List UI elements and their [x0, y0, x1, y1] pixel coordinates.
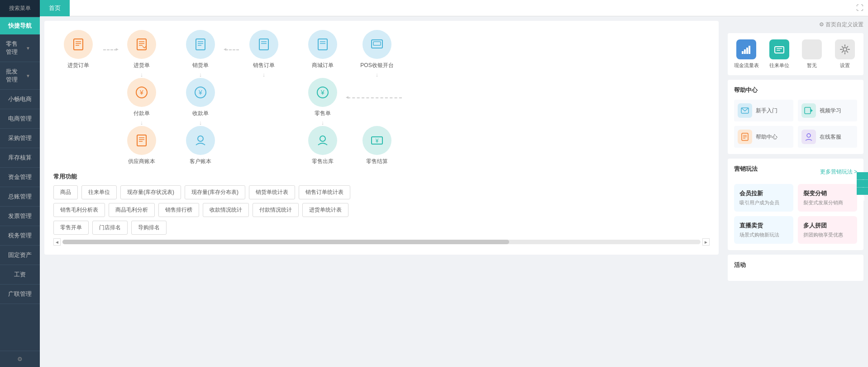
v-arrow-receipt: ↓	[176, 71, 225, 78]
help-icon-online_support	[801, 130, 816, 144]
label-purchase-order: 进货订单	[67, 62, 89, 69]
flow-v-arrows-2: ↓ ↓ ↓	[53, 119, 710, 126]
func-btn-导购排名[interactable]: 导购排名	[131, 221, 167, 235]
marketing-item-group[interactable]: 多人拼团 拼团购物享受优惠	[798, 216, 857, 244]
sidebar-search-label: 搜索菜单	[9, 5, 31, 11]
func-btn-往来单位[interactable]: 往来单位	[81, 185, 117, 199]
svg-rect-27	[137, 135, 146, 146]
float-btn-customer_service[interactable]: 客服热线	[857, 172, 868, 180]
node-retail-out[interactable]: 零售出库	[298, 126, 348, 165]
node-receipt[interactable]: ¥ 收款单	[176, 78, 225, 117]
node-purchase-order[interactable]: 进货订单	[53, 30, 103, 69]
marketing-section: 营销玩法 更多营销玩法 > 会员拉新 吸引用户成为会员 裂变分销 裂变式发展分销…	[728, 159, 863, 250]
marketing-item-live[interactable]: 直播卖货 场景式购物新玩法	[734, 216, 793, 244]
sidebar-item-label-invoice: 发票管理	[4, 212, 36, 220]
sidebar-item-inventory[interactable]: 库存核算	[0, 148, 40, 168]
help-icon-beginner	[738, 103, 752, 118]
func-btn-销货单统计表[interactable]: 销货单统计表	[249, 185, 295, 199]
sidebar-item-finance[interactable]: 资金管理	[0, 168, 40, 187]
node-sales-bill[interactable]: 销货单	[176, 30, 225, 69]
sidebar-arrow: ▼	[20, 73, 36, 78]
func-btn-销售毛利分析表[interactable]: 销售毛利分析表	[53, 203, 105, 217]
help-item-help[interactable]: 帮助中心	[734, 126, 793, 148]
svg-rect-35	[742, 51, 744, 54]
node-sales-order[interactable]: 销售订单	[239, 30, 289, 69]
help-item-beginner[interactable]: 新手入门	[734, 100, 793, 121]
marketing-item-split[interactable]: 裂变分销 裂变式发展分销商	[798, 184, 857, 212]
func-btn-进货单统计表[interactable]: 进货单统计表	[302, 203, 348, 217]
func-btn-门店排名[interactable]: 门店排名	[92, 221, 128, 235]
sidebar-settings[interactable]: ⚙	[0, 351, 40, 367]
func-btn-现存量(库存状况表)[interactable]: 现存量(库存状况表)	[120, 185, 181, 199]
sidebar-item-ecommerce_small[interactable]: 小畅电商	[0, 90, 40, 109]
sidebar-item-label-purchase: 采购管理	[4, 134, 36, 142]
func-btn-收款情况统计[interactable]: 收款情况统计	[203, 203, 249, 217]
sidebar-item-general[interactable]: 总账管理	[0, 187, 40, 207]
node-retail-settle[interactable]: ¥ 零售结算	[352, 126, 402, 165]
connector-retail-pos: ◄	[348, 97, 402, 98]
node-mall-order[interactable]: 商城订单	[298, 30, 348, 69]
node-supplier-account[interactable]: 供应商账本	[117, 126, 167, 165]
label-payment: 付款单	[134, 110, 150, 117]
sidebar-item-tax[interactable]: 税务管理	[0, 226, 40, 246]
svg-rect-38	[749, 46, 750, 54]
settings-header[interactable]: ⚙ 首页自定义设置	[728, 21, 863, 29]
scroll-right-btn[interactable]: ►	[702, 238, 710, 246]
quick-icon-box-partners	[769, 39, 789, 59]
quick-icon-label-cash_flow: 现金流量表	[734, 62, 759, 69]
svg-rect-19	[373, 42, 381, 45]
sidebar-search[interactable]: 搜索菜单	[0, 0, 40, 17]
help-item-video[interactable]: 视频学习	[798, 100, 857, 121]
quick-icon-settings[interactable]: 设置	[831, 39, 859, 69]
sidebar-item-retail[interactable]: 零售管理▼	[0, 34, 40, 62]
svg-point-32	[320, 136, 325, 141]
svg-rect-44	[805, 107, 811, 114]
floating-buttons: 客服热线服务社区桌面快捷	[857, 172, 868, 195]
sidebar-item-wholesale[interactable]: 批发管理▼	[0, 62, 40, 90]
func-btn-现存量(库存分布表)[interactable]: 现存量(库存分布表)	[185, 185, 245, 199]
icon-retail-out	[308, 126, 337, 155]
quick-icon-box-settings	[835, 39, 855, 59]
sidebar-item-purchase[interactable]: 采购管理	[0, 129, 40, 148]
node-customer-account[interactable]: 客户账本	[176, 126, 225, 165]
node-pos[interactable]: POS收银开台	[352, 30, 402, 69]
marketing-item-member[interactable]: 会员拉新 吸引用户成为会员	[734, 184, 793, 212]
func-btn-销售排行榜[interactable]: 销售排行榜	[158, 203, 199, 217]
help-item-online_support[interactable]: 在线客服	[798, 126, 857, 148]
label-pos: POS收银开台	[360, 62, 393, 69]
sidebar-item-more[interactable]: 广联管理	[0, 285, 40, 304]
expand-button[interactable]: ⛶	[852, 4, 868, 12]
btn-row-3: 零售开单门店排名导购排名	[53, 221, 710, 235]
sidebar-item-invoice[interactable]: 发票管理	[0, 207, 40, 226]
node-retail-bill[interactable]: ¥ 零售单	[298, 78, 348, 117]
node-payment[interactable]: ¥ 付款单	[117, 78, 167, 117]
float-btn-desktop[interactable]: 桌面快捷	[857, 188, 868, 195]
func-btn-商品[interactable]: 商品	[53, 185, 78, 199]
marketing-desc-split: 裂变式发展分销商	[803, 199, 852, 206]
quick-icon-none[interactable]: 暂无	[798, 39, 826, 69]
label-supplier-account: 供应商账本	[128, 158, 155, 165]
tab-bar: 首页 ⛶	[40, 0, 868, 16]
tab-home[interactable]: 首页	[40, 0, 70, 16]
icon-sales-order	[249, 30, 278, 59]
quick-icon-cash_flow[interactable]: 现金流量表	[732, 39, 761, 69]
func-btn-销售订单统计表[interactable]: 销售订单统计表	[299, 185, 350, 199]
v-arrow-customer: ↓	[176, 119, 225, 126]
marketing-header: 营销玩法 更多营销玩法 >	[734, 165, 857, 179]
func-btn-零售开单[interactable]: 零售开单	[53, 221, 89, 235]
scroll-left-btn[interactable]: ◄	[53, 238, 61, 246]
quick-icon-partners[interactable]: 往来单位	[765, 39, 794, 69]
sidebar-item-assets[interactable]: 固定资产	[0, 246, 40, 265]
more-marketing-link[interactable]: 更多营销玩法 >	[820, 168, 857, 176]
settings-icon: ⚙	[17, 356, 23, 362]
sidebar-item-ecommerce[interactable]: 电商管理	[0, 109, 40, 129]
float-btn-community[interactable]: 服务社区	[857, 180, 868, 188]
marketing-title-split: 裂变分销	[803, 189, 852, 198]
node-purchase-bill[interactable]: 进货单	[117, 30, 167, 69]
sidebar-arrow: ▼	[20, 46, 36, 51]
help-grid: 新手入门 视频学习 帮助中心 在线客服	[734, 100, 857, 148]
func-btn-商品毛利分析[interactable]: 商品毛利分析	[109, 203, 155, 217]
scroll-track[interactable]	[62, 240, 701, 244]
func-btn-付款情况统计[interactable]: 付款情况统计	[253, 203, 299, 217]
sidebar-item-salary[interactable]: 工资	[0, 265, 40, 285]
